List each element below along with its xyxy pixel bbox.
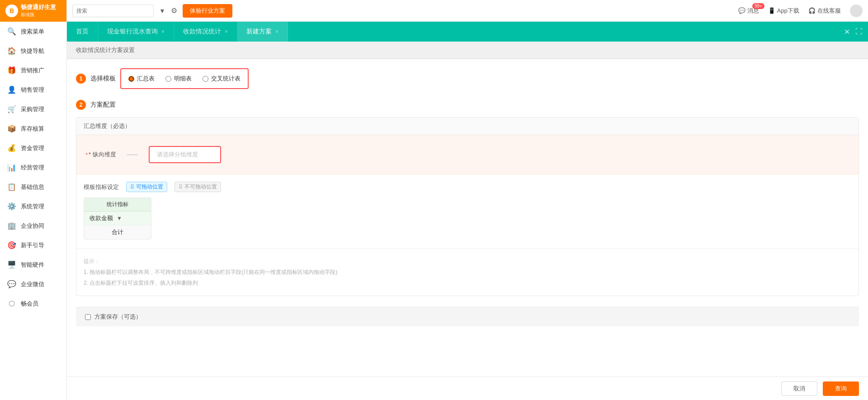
sidebar-item-label: 智能硬件 [21, 261, 44, 269]
indicator-header: 模板指标设定 ⠿ 可拖动位置 ⠿ 不可拖动位置 [84, 182, 851, 192]
target-icon: 🎯 [7, 241, 16, 249]
app-download-button[interactable]: 📱 App下载 [768, 7, 799, 15]
draggable-tag: ⠿ 可拖动位置 [126, 182, 167, 192]
sidebar-item-marketing[interactable]: 🎁 营销推广 [0, 61, 66, 80]
step2-badge: 2 [76, 100, 86, 110]
radio-cross-input[interactable] [203, 76, 208, 82]
stats-section-header: 统计指标 [84, 198, 151, 212]
search-dropdown-button[interactable]: ▼ [159, 7, 165, 14]
sidebar-item-label: 企业协同 [21, 222, 44, 230]
radio-detail-input[interactable] [165, 76, 171, 82]
non-drag-indicator: ⠿ [179, 184, 183, 190]
tab-receipt-stats[interactable]: 收款情况统计 × [174, 22, 237, 42]
logo-text: 畅捷通好生意 [21, 4, 56, 11]
doc-icon: 📋 [7, 183, 16, 191]
tabbar: 首页 现金银行流水查询 × 收款情况统计 × 新建方案 × ✕ ⛶ [67, 22, 868, 42]
dimension-placeholder: 请选择分组维度 [157, 151, 198, 158]
sidebar-item-finance[interactable]: 💰 资金管理 [0, 138, 66, 158]
online-service-button[interactable]: 🎧 在线客服 [808, 7, 841, 15]
sidebar-item-guide[interactable]: 🎯 新手引导 [0, 235, 66, 255]
sidebar-item-system[interactable]: ⚙️ 系统管理 [0, 197, 66, 216]
sidebar-item-label: 搜索菜单 [21, 28, 44, 36]
tab-new-plan-label: 新建方案 [246, 28, 272, 36]
sidebar-item-search-menu[interactable]: 🔍 搜索菜单 [0, 22, 66, 41]
box-icon: 📦 [7, 124, 16, 133]
gear-icon: ⚙️ [7, 202, 16, 211]
main-area: ▼ ⚙ 体验行业方案 💬 消息 99+ 📱 App下载 🎧 在线客服 首页 [67, 0, 868, 400]
radio-cross-label: 交叉统计表 [211, 75, 241, 83]
content-body: 1 选择模板 汇总表 明细表 交叉统计表 [67, 59, 868, 376]
monitor-icon: 🖥️ [7, 260, 16, 269]
breadcrumb: 收款情况统计方案设置 [67, 42, 868, 59]
indicator-title: 模板指标设定 [84, 183, 119, 191]
user-avatar[interactable] [850, 5, 863, 17]
radio-detail[interactable]: 明细表 [165, 75, 192, 83]
building-icon: 🏢 [7, 221, 16, 230]
sidebar-item-label: 资金管理 [21, 144, 44, 152]
sidebar-item-quick-nav[interactable]: 🏠 快捷导航 [0, 41, 66, 61]
stats-section: 统计指标 收款金额 ▼ 合计 [84, 198, 151, 240]
non-draggable-tag: ⠿ 不可拖动位置 [175, 182, 221, 192]
vertical-label-text: * 纵向维度 [89, 151, 116, 159]
user-icon: 👤 [7, 85, 16, 94]
sidebar-item-basic-info[interactable]: 📋 基础信息 [0, 177, 66, 197]
cart-icon: 🛒 [7, 105, 16, 113]
sidebar-item-inventory[interactable]: 📦 库存核算 [0, 119, 66, 138]
step2-section: 2 方案配置 汇总维度（必选） * * 纵向维度 —— [76, 100, 859, 296]
save-plan-checkbox[interactable] [85, 314, 91, 320]
maximize-window-icon[interactable]: ⛶ [855, 28, 863, 36]
messages-badge: 99+ [752, 3, 764, 9]
settings-gear-icon[interactable]: ⚙ [171, 6, 177, 15]
query-button[interactable]: 查询 [823, 381, 859, 396]
tab-home[interactable]: 首页 [67, 22, 98, 42]
draggable-label: 可拖动位置 [136, 183, 163, 191]
member-icon: ⬡ [7, 299, 16, 308]
content-area: 收款情况统计方案设置 1 选择模板 汇总表 明细表 [67, 42, 868, 376]
app-download-label: App下载 [777, 7, 799, 15]
topbar: ▼ ⚙ 体验行业方案 💬 消息 99+ 📱 App下载 🎧 在线客服 [67, 0, 868, 22]
non-draggable-label: 不可拖动位置 [184, 183, 217, 191]
plan-config-box: 汇总维度（必选） * * 纵向维度 —— 请选择分组维度 [76, 117, 859, 296]
app-icon: 📱 [768, 7, 775, 14]
tab-new-plan-close-icon[interactable]: × [275, 28, 278, 35]
sidebar-item-label: 基础信息 [21, 183, 44, 191]
sidebar-item-sales[interactable]: 👤 销售管理 [0, 80, 66, 99]
sidebar-item-purchase[interactable]: 🛒 采购管理 [0, 99, 66, 119]
sidebar-item-wechat[interactable]: 💬 企业微信 [0, 274, 66, 294]
sidebar-item-operations[interactable]: 📊 经营管理 [0, 158, 66, 177]
tab-bank-flow[interactable]: 现金银行流水查询 × [98, 22, 174, 42]
radio-summary-label: 汇总表 [137, 75, 155, 83]
topbar-right: 💬 消息 99+ 📱 App下载 🎧 在线客服 [738, 5, 863, 17]
tab-bank-flow-close-icon[interactable]: × [161, 28, 165, 35]
sidebar: B 畅捷通好生意 标准版 🔍 搜索菜单 🏠 快捷导航 🎁 营销推广 👤 销售管理… [0, 0, 67, 400]
sidebar-item-label: 新手引导 [21, 241, 44, 249]
sidebar-item-hardware[interactable]: 🖥️ 智能硬件 [0, 255, 66, 274]
stats-item-dropdown-icon[interactable]: ▼ [117, 215, 122, 221]
drag-indicator: ⠿ [130, 184, 134, 190]
sidebar-item-member[interactable]: ⬡ 畅会员 [0, 294, 66, 313]
stats-item-label: 收款金额 [90, 214, 113, 222]
tab-home-label: 首页 [76, 28, 89, 36]
search-input[interactable] [72, 5, 154, 17]
tips-section: 提示： 1. 拖动标题栏可以调整布局，不可跨维度或指标区域拖动栏目字段(只能在同… [76, 248, 859, 296]
step1-header: 1 选择模板 汇总表 明细表 交叉统计表 [76, 68, 859, 89]
trial-button[interactable]: 体验行业方案 [183, 4, 232, 18]
dimension-area: * * 纵向维度 —— 请选择分组维度 [76, 135, 859, 174]
sidebar-item-label: 系统管理 [21, 202, 44, 211]
stats-item-receipt: 收款金额 ▼ [84, 212, 151, 226]
cancel-button[interactable]: 取消 [781, 381, 817, 396]
messages-button[interactable]: 💬 消息 99+ [738, 7, 759, 15]
close-window-icon[interactable]: ✕ [844, 28, 850, 36]
tab-receipt-stats-close-icon[interactable]: × [225, 28, 228, 35]
sidebar-item-enterprise[interactable]: 🏢 企业协同 [0, 216, 66, 235]
dimension-select-box[interactable]: 请选择分组维度 [149, 146, 221, 163]
radio-summary-input[interactable] [128, 76, 134, 82]
radio-summary[interactable]: 汇总表 [128, 75, 155, 83]
radio-cross[interactable]: 交叉统计表 [203, 75, 241, 83]
dimension-arrow: —— [127, 151, 138, 158]
tab-new-plan[interactable]: 新建方案 × [237, 22, 288, 42]
message-icon: 💬 [738, 7, 745, 14]
sidebar-item-label: 营销推广 [21, 66, 44, 75]
tab-receipt-stats-label: 收款情况统计 [183, 28, 221, 36]
bottom-action-bar: 取消 查询 [67, 376, 868, 400]
